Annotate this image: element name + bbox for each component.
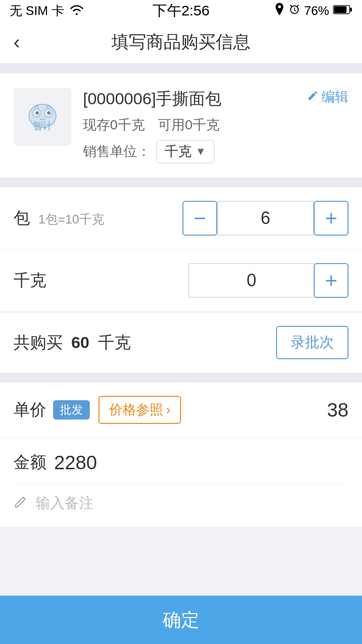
batch-button[interactable]: 录批次	[276, 326, 348, 359]
svg-rect-2	[350, 8, 352, 12]
edit-button[interactable]: 编辑	[307, 88, 348, 106]
product-image: 智计	[14, 88, 71, 146]
bag-quantity-input[interactable]	[217, 201, 314, 236]
alarm-icon	[289, 3, 300, 18]
status-left: 无 SIM 卡	[10, 2, 84, 19]
price-label: 单价	[14, 399, 46, 421]
remark-placeholder: 输入备注	[36, 493, 94, 513]
page-title: 填写商品购买信息	[111, 30, 251, 54]
status-right: 76%	[274, 3, 352, 19]
bag-label: 包 1包=10千克	[14, 207, 104, 229]
confirm-button[interactable]: 确定	[0, 596, 362, 644]
chevron-right-icon: ›	[166, 402, 170, 418]
summary-row: 共购买 60 千克 录批次	[0, 312, 362, 373]
battery-icon	[333, 3, 352, 18]
chevron-down-icon: ▼	[195, 145, 206, 158]
product-card: 智计 [0000006]手撕面包 现存0千克 可用0千克 销售单位： 千克 ▼ …	[0, 73, 362, 178]
svg-rect-3	[334, 6, 347, 13]
separator-4	[0, 373, 362, 382]
price-badge: 批发	[53, 400, 90, 420]
amount-value: 2280	[54, 452, 97, 474]
svg-point-9	[36, 111, 39, 114]
price-row: 单价 批发 价格参照 › 38	[0, 382, 362, 438]
kg-plus-button[interactable]: +	[314, 263, 348, 298]
wifi-icon	[69, 3, 84, 18]
carrier-text: 无 SIM 卡	[10, 2, 64, 19]
bag-row: 包 1包=10千克 − +	[0, 187, 362, 250]
back-button[interactable]: ‹	[14, 31, 20, 53]
separator-2	[0, 178, 362, 187]
bag-plus-button[interactable]: +	[314, 201, 348, 236]
price-value: 38	[327, 399, 349, 421]
amount-section: 金额 2280 输入备注	[0, 438, 362, 527]
kg-label: 千克	[14, 269, 81, 292]
kg-input-group: +	[188, 263, 348, 298]
bag-minus-button[interactable]: −	[182, 201, 217, 236]
form-section: 包 1包=10千克 − + 千克 +	[0, 187, 362, 312]
pencil-icon	[14, 494, 28, 512]
product-unit-row: 销售单位： 千克 ▼	[83, 140, 348, 163]
price-section: 单价 批发 价格参照 › 38	[0, 382, 362, 438]
product-logo: 智计	[23, 98, 62, 137]
svg-text:智计: 智计	[32, 121, 53, 131]
status-time: 下午2:56	[153, 1, 209, 21]
battery-text: 76%	[304, 3, 329, 18]
svg-point-10	[47, 111, 51, 114]
status-bar: 无 SIM 卡 下午2:56 76%	[0, 0, 362, 21]
separator-1	[0, 64, 362, 73]
unit-select[interactable]: 千克 ▼	[156, 140, 214, 163]
amount-label: 金额	[14, 451, 46, 474]
remark-row[interactable]: 输入备注	[14, 483, 348, 527]
summary-text: 共购买 60 千克	[14, 332, 131, 354]
product-stock: 现存0千克 可用0千克	[83, 116, 348, 134]
kg-row: 千克 +	[0, 250, 362, 312]
edit-icon	[307, 89, 319, 105]
price-ref-button[interactable]: 价格参照 ›	[98, 396, 181, 424]
bag-input-group: − +	[182, 201, 348, 236]
kg-quantity-input[interactable]	[188, 263, 314, 298]
location-icon	[274, 3, 285, 19]
nav-bar: ‹ 填写商品购买信息	[0, 21, 362, 64]
amount-row: 金额 2280	[14, 451, 348, 483]
